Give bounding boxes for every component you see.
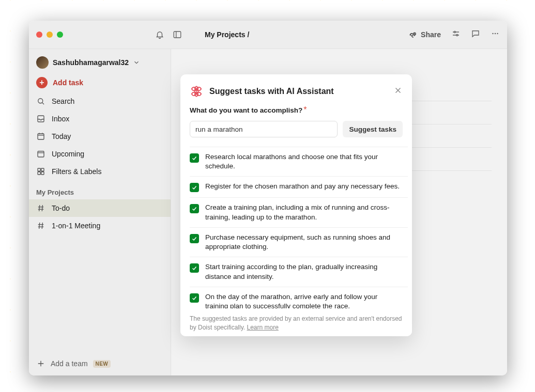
suggested-task-row[interactable]: Purchase necessary equipment, such as ru… [190, 228, 408, 257]
suggested-task-row[interactable]: Register for the chosen marathon and pay… [190, 177, 408, 198]
modal-title: Suggest tasks with AI Assistant [209, 87, 334, 96]
disclaimer-text: The suggested tasks are provided by an e… [190, 315, 402, 331]
suggested-task-row[interactable]: Create a training plan, including a mix … [190, 198, 408, 227]
ai-assistant-icon [190, 85, 203, 98]
learn-more-link[interactable]: Learn more [247, 324, 278, 331]
task-text: Start training according to the plan, gr… [205, 262, 402, 281]
close-modal-button[interactable] [393, 86, 403, 97]
goal-input[interactable] [190, 121, 338, 137]
task-text: Research local marathons and choose one … [205, 152, 402, 171]
ai-suggest-modal: Suggest tasks with AI Assistant What do … [180, 74, 412, 336]
task-checkbox[interactable] [190, 263, 199, 273]
required-indicator: * [303, 105, 307, 114]
task-text: Register for the chosen marathon and pay… [205, 182, 400, 191]
app-window: My Projects / Share Sashubhamagarwal32 [29, 21, 507, 375]
disclaimer: The suggested tasks are provided by an e… [180, 308, 412, 336]
suggested-tasks-list[interactable]: Research local marathons and choose one … [180, 147, 410, 308]
task-checkbox[interactable] [190, 234, 199, 243]
suggested-task-row[interactable]: Start training according to the plan, gr… [190, 257, 408, 287]
task-text: Create a training plan, including a mix … [205, 203, 402, 222]
task-text: On the day of the marathon, arrive early… [205, 292, 402, 309]
task-checkbox[interactable] [190, 183, 199, 192]
suggest-tasks-button[interactable]: Suggest tasks [343, 121, 403, 137]
task-checkbox[interactable] [190, 204, 199, 213]
task-checkbox[interactable] [190, 153, 199, 163]
suggested-task-row[interactable]: On the day of the marathon, arrive early… [190, 287, 408, 309]
task-checkbox[interactable] [190, 293, 199, 303]
suggested-task-row[interactable]: Research local marathons and choose one … [190, 147, 408, 177]
close-icon [393, 86, 403, 95]
goal-prompt-label: What do you want to accomplish? [190, 106, 302, 114]
task-text: Purchase necessary equipment, such as ru… [205, 233, 402, 252]
